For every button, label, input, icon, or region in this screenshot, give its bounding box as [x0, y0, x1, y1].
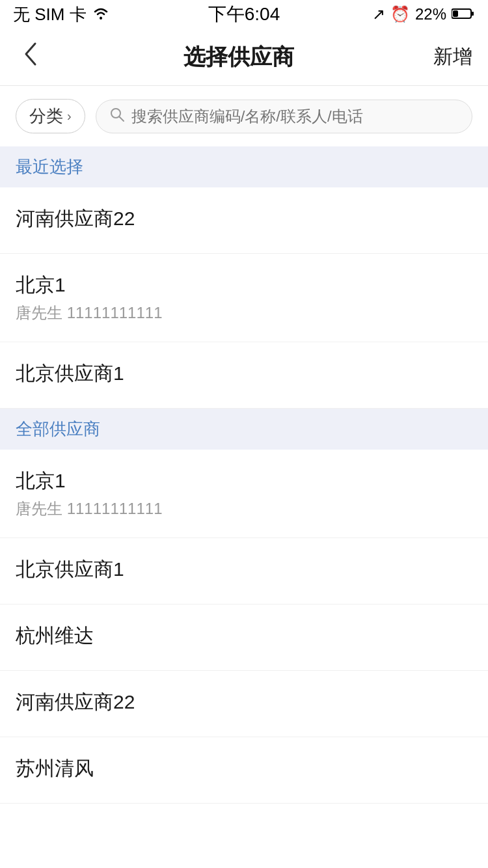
wifi-icon: [92, 5, 110, 25]
item-name: 河南供应商22: [16, 689, 472, 716]
status-bar: 无 SIM 卡 下午6:04 ↗ ⏰ 22%: [0, 0, 488, 29]
category-button[interactable]: 分类 ›: [16, 99, 85, 133]
nav-bar: 选择供应商 新增: [0, 29, 488, 86]
list-item[interactable]: 北京1唐先生 11111111111: [0, 254, 488, 342]
svg-line-5: [119, 116, 124, 121]
battery-text: 22%: [415, 5, 446, 23]
item-name: 苏州清风: [16, 755, 472, 782]
back-button[interactable]: [16, 34, 44, 79]
filter-bar: 分类 ›: [0, 86, 488, 146]
location-icon: ↗: [372, 5, 385, 23]
item-name: 河南供应商22: [16, 206, 472, 232]
list-item[interactable]: 北京供应商1: [0, 342, 488, 409]
list-item[interactable]: 杭州维达: [0, 604, 488, 671]
status-left: 无 SIM 卡: [13, 3, 110, 26]
svg-rect-2: [471, 12, 474, 16]
chevron-right-icon: ›: [67, 109, 72, 124]
battery-icon: [452, 5, 475, 23]
list-item[interactable]: 河南供应商22: [0, 671, 488, 737]
search-icon: [109, 107, 125, 126]
recent-list: 河南供应商22北京1唐先生 11111111111北京供应商1: [0, 187, 488, 409]
status-time: 下午6:04: [208, 2, 280, 27]
search-input[interactable]: [131, 107, 459, 126]
page-title: 选择供应商: [183, 42, 294, 72]
item-sub: 唐先生 11111111111: [16, 498, 472, 519]
svg-rect-3: [453, 10, 458, 17]
status-right: ↗ ⏰ 22%: [372, 5, 475, 23]
search-box[interactable]: [96, 100, 472, 133]
list-item[interactable]: 苏州清风: [0, 737, 488, 804]
item-sub: 唐先生 11111111111: [16, 303, 472, 323]
alarm-icon: ⏰: [390, 5, 410, 23]
item-name: 杭州维达: [16, 623, 472, 649]
item-name: 北京供应商1: [16, 556, 472, 583]
item-name: 北京供应商1: [16, 360, 472, 387]
list-item[interactable]: 北京供应商1: [0, 538, 488, 604]
category-label: 分类: [29, 105, 63, 128]
recent-section-header: 最近选择: [0, 146, 488, 187]
item-name: 北京1: [16, 272, 472, 299]
list-item[interactable]: 北京1唐先生 11111111111: [0, 450, 488, 538]
item-name: 北京1: [16, 468, 472, 495]
add-button[interactable]: 新增: [433, 44, 472, 70]
list-item[interactable]: 河南供应商22: [0, 187, 488, 254]
all-section-header: 全部供应商: [0, 409, 488, 450]
no-sim-text: 无 SIM 卡: [13, 3, 87, 26]
all-list: 北京1唐先生 11111111111北京供应商1杭州维达河南供应商22苏州清风: [0, 450, 488, 804]
svg-point-0: [100, 17, 102, 20]
